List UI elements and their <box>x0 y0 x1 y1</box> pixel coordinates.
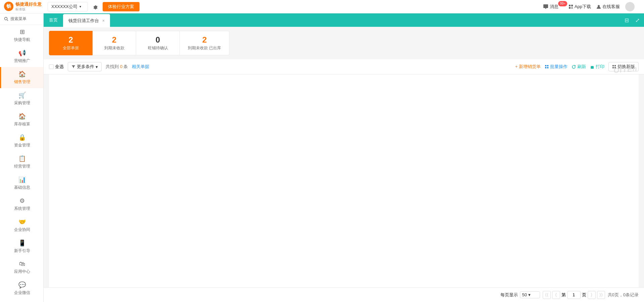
sidebar-item-beginner[interactable]: 📱 新手引导 <box>0 236 43 257</box>
page-total-label: 共0页，0条记录 <box>608 292 639 298</box>
stat-pending-label: 旺铺待确认 <box>148 45 168 51</box>
svg-rect-16 <box>614 65 616 66</box>
sidebar: 搜索菜单 ⊞ 快捷导航 📢 营销推广 🏠 销售管理 🛒 采购管理 🏠 库存核算 … <box>0 13 44 302</box>
sidebar-item-funds[interactable]: 🔒 资金管理 <box>0 130 43 152</box>
stat-pending[interactable]: 0 旺铺待确认 <box>136 31 180 55</box>
toolbar-right: + 新增销货单 批量操作 刷新 打印 切换新版 <box>515 62 639 71</box>
online-service-button[interactable]: 在线客服 <box>596 4 620 10</box>
page-navigation: ⟨⟨ ⟨ 第 页 ⟩ ⟩⟩ <box>543 291 605 299</box>
stat-pending-num: 0 <box>156 35 160 45</box>
message-button[interactable]: 消息 99+ <box>543 4 563 10</box>
toolbar: 全选 更多条件 ▾ 共找到 0 条 相关单据 + 新增销货单 <box>44 59 644 74</box>
stat-overdue-label: 到期未收款 <box>104 45 124 51</box>
svg-rect-17 <box>612 67 614 68</box>
print-button[interactable]: 打印 <box>590 64 604 70</box>
sidebar-item-marketing[interactable]: 📢 营销推广 <box>0 46 43 67</box>
tab-maximize-button[interactable]: ⤢ <box>633 16 641 24</box>
checkbox-box <box>49 64 54 69</box>
svg-rect-1 <box>571 5 573 6</box>
svg-rect-12 <box>545 67 546 68</box>
app-download-button[interactable]: App下载 <box>569 4 591 10</box>
svg-line-9 <box>7 20 8 21</box>
svg-rect-5 <box>571 8 572 9</box>
stat-overdue-shipped[interactable]: 2 到期未收款 已出库 <box>180 31 229 55</box>
sidebar-item-inventory[interactable]: 🏠 库存核算 <box>0 109 43 130</box>
trial-button[interactable]: 体验行业方案 <box>103 2 140 11</box>
svg-rect-3 <box>571 7 572 8</box>
inventory-icon: 🏠 <box>18 113 26 120</box>
sidebar-item-basic-info[interactable]: 📊 基础信息 <box>0 173 43 194</box>
found-text: 共找到 0 条 <box>106 64 128 70</box>
batch-operation-button[interactable]: 批量操作 <box>545 64 568 70</box>
tab-minimize-button[interactable]: ⊟ <box>623 16 631 24</box>
svg-rect-13 <box>547 67 548 68</box>
quick-nav-icon: ⊞ <box>20 28 25 36</box>
sidebar-item-sales[interactable]: 🏠 销售管理 <box>0 67 43 88</box>
basic-info-icon: 📊 <box>18 176 26 183</box>
per-page-control: 每页显示 50 ▾ <box>500 291 540 298</box>
system-icon: ⚙ <box>19 197 25 204</box>
top-right-area: 消息 99+ App下载 在线客服 <box>543 2 640 11</box>
tab-daily-work[interactable]: 钱货日清工作台 × <box>63 14 110 27</box>
sidebar-item-operations[interactable]: 📋 经营管理 <box>0 152 43 173</box>
page-content: 2 全部单据 2 到期未收款 0 旺铺待确认 2 到期未收款 已出库 <box>44 27 644 302</box>
company-selector[interactable]: XXXXXX公司 ▾ <box>48 2 88 11</box>
related-bill-link[interactable]: 相关单据 <box>132 64 149 70</box>
sidebar-item-corp-wechat[interactable]: 💬 企业微信 <box>0 278 43 299</box>
tab-bar-right: ⊟ ⤢ <box>623 16 644 24</box>
select-all-checkbox[interactable]: 全选 <box>49 64 64 70</box>
svg-point-8 <box>5 17 7 20</box>
dropdown-arrow-icon: ▾ <box>79 5 81 8</box>
marketing-icon: 📢 <box>18 49 26 57</box>
settings-button[interactable] <box>91 2 100 11</box>
sidebar-item-app-center[interactable]: 🛍 应用中心 <box>0 257 43 278</box>
logo-text: 畅捷通好生意 标准版 <box>15 2 42 12</box>
top-bar: 畅 畅捷通好生意 标准版 XXXXXX公司 ▾ 体验行业方案 消息 99+ Ap… <box>0 0 644 13</box>
sidebar-item-system[interactable]: ⚙ 系统管理 <box>0 194 43 215</box>
purchase-icon: 🛒 <box>18 92 26 99</box>
svg-rect-2 <box>569 7 571 9</box>
funds-icon: 🔒 <box>18 134 26 141</box>
refresh-button[interactable]: 刷新 <box>572 64 586 70</box>
svg-rect-6 <box>572 8 573 9</box>
stat-all[interactable]: 2 全部单据 <box>49 31 93 55</box>
stat-all-num: 2 <box>68 35 73 45</box>
stat-all-label: 全部单据 <box>63 45 79 51</box>
corp-collab-icon: 🤝 <box>18 218 26 226</box>
svg-rect-0 <box>569 5 571 6</box>
svg-rect-18 <box>614 67 616 68</box>
page-next-button[interactable]: ⟩ <box>588 291 596 299</box>
stat-overdue[interactable]: 2 到期未收款 <box>93 31 136 55</box>
tab-home[interactable]: 首页 <box>44 13 63 27</box>
app-center-icon: 🛍 <box>19 260 25 267</box>
message-badge: 99+ <box>558 1 567 6</box>
page-last-button[interactable]: ⟩⟩ <box>597 291 605 299</box>
svg-rect-4 <box>572 7 573 8</box>
filter-chevron-icon: ▾ <box>96 64 98 69</box>
stats-row: 2 全部单据 2 到期未收款 0 旺铺待确认 2 到期未收款 已出库 <box>44 27 644 59</box>
page-first-button[interactable]: ⟨⟨ <box>543 291 551 299</box>
page-prev-button[interactable]: ⟨ <box>552 291 560 299</box>
switch-version-button[interactable]: 切换新版 <box>608 62 639 71</box>
logo-area: 畅 畅捷通好生意 标准版 <box>4 2 48 12</box>
tab-close-button[interactable]: × <box>102 18 105 23</box>
tab-bar: 首页 钱货日清工作台 × ⊟ ⤢ <box>44 13 644 27</box>
sidebar-item-quick-nav[interactable]: ⊞ 快捷导航 <box>0 25 43 46</box>
svg-rect-15 <box>612 65 614 66</box>
per-page-select[interactable]: 50 ▾ <box>520 291 540 298</box>
main-layout: 搜索菜单 ⊞ 快捷导航 📢 营销推广 🏠 销售管理 🛒 采购管理 🏠 库存核算 … <box>0 13 644 302</box>
table-area <box>49 74 639 287</box>
add-sales-order-button[interactable]: + 新增销货单 <box>515 64 541 70</box>
filter-button[interactable]: 更多条件 ▾ <box>68 62 102 71</box>
sidebar-item-purchase[interactable]: 🛒 采购管理 <box>0 88 43 109</box>
svg-rect-11 <box>547 65 548 66</box>
sales-icon: 🏠 <box>18 70 26 78</box>
per-page-arrow-icon: ▾ <box>528 292 531 297</box>
avatar[interactable] <box>625 2 635 11</box>
svg-rect-10 <box>545 65 546 66</box>
sidebar-item-vip[interactable]: ▽ 畅会员 <box>0 299 43 302</box>
stat-overdue-shipped-num: 2 <box>202 35 207 45</box>
page-number-input[interactable] <box>567 291 581 299</box>
search-menu-item[interactable]: 搜索菜单 <box>0 13 43 25</box>
sidebar-item-corp-collab[interactable]: 🤝 企业协同 <box>0 215 43 236</box>
